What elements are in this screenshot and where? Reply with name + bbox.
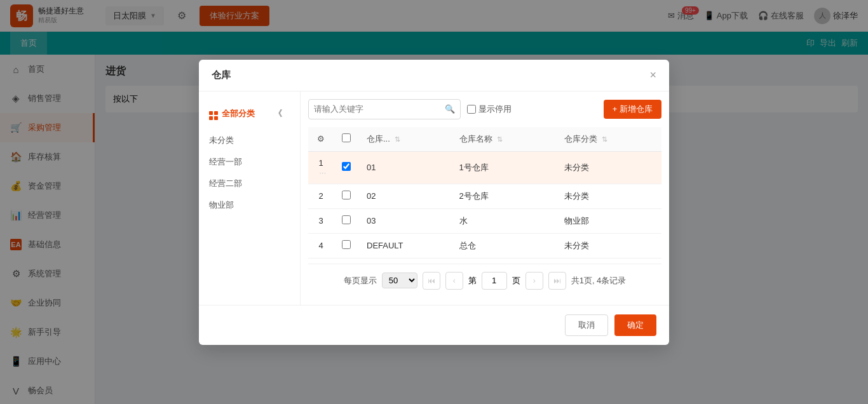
page-label: 第: [468, 275, 477, 286]
table-row[interactable]: 2 02 2号仓库 未分类: [308, 184, 661, 208]
row-checkbox[interactable]: [342, 215, 351, 224]
grid-icon: [209, 107, 218, 120]
dialog-footer: 取消 确定: [199, 305, 669, 345]
cancel-button[interactable]: 取消: [565, 314, 608, 336]
category-column-header[interactable]: 仓库分类 ⇅: [557, 127, 661, 152]
dialog-body: 全部分类 《 未分类 经营一部 经营二部 物业部 🔍: [199, 91, 669, 305]
row-actions-cell: 4: [308, 233, 334, 258]
gear-column-header[interactable]: ⚙: [308, 127, 334, 152]
dialog-title: 仓库: [212, 69, 231, 81]
row-more-dots[interactable]: ···: [319, 168, 326, 177]
row-checkbox-cell: [334, 208, 359, 233]
table-panel: 🔍 显示停用 + 新增仓库 ⚙: [301, 91, 669, 305]
row-name-cell: 2号仓库: [452, 184, 557, 208]
category-collapse-button[interactable]: 《: [266, 103, 290, 125]
row-checkbox-cell: [334, 233, 359, 258]
row-actions-cell: 3: [308, 208, 334, 233]
row-category-cell: 未分类: [557, 151, 661, 184]
name-column-header[interactable]: 仓库名称 ⇅: [452, 127, 557, 152]
row-category-cell: 未分类: [557, 233, 661, 258]
search-input[interactable]: [314, 104, 445, 114]
table-row[interactable]: 1 ··· 01 1号仓库 未分类: [308, 151, 661, 184]
row-checkbox-cell: [334, 184, 359, 208]
row-category-cell: 物业部: [557, 208, 661, 233]
category-item-unclassified[interactable]: 未分类: [199, 130, 300, 151]
pagination-bar: 每页显示 50 100 200 ⏮ ‹ 第 页 › ⏭ 共1页, 4条记录: [308, 264, 661, 297]
row-actions-cell: 2: [308, 184, 334, 208]
category-sort-icon: ⇅: [602, 135, 607, 143]
table-toolbar: 🔍 显示停用 + 新增仓库: [308, 99, 661, 119]
row-code-cell: 01: [359, 151, 452, 184]
category-item-property[interactable]: 物业部: [199, 194, 300, 216]
table-row[interactable]: 3 03 水 物业部: [308, 208, 661, 233]
row-name-cell: 1号仓库: [452, 151, 557, 184]
row-actions-cell: 1 ···: [308, 151, 334, 184]
add-warehouse-button[interactable]: + 新增仓库: [604, 100, 661, 119]
name-sort-icon: ⇅: [497, 135, 503, 143]
page-next-button[interactable]: ›: [526, 272, 543, 290]
row-checkbox[interactable]: [342, 191, 351, 199]
row-name-cell: 水: [452, 208, 557, 233]
warehouse-dialog: 仓库 × 全部分类 《 未分类 经营一部 经营二部 物业部: [199, 60, 669, 345]
category-item-ops2[interactable]: 经营二部: [199, 173, 300, 194]
category-panel: 全部分类 《 未分类 经营一部 经营二部 物业部: [199, 91, 301, 305]
row-name-cell: 总仓: [452, 233, 557, 258]
page-number-input[interactable]: [482, 272, 507, 290]
select-all-column-header: [334, 127, 359, 152]
page-total: 共1页, 4条记录: [571, 275, 627, 286]
category-item-ops1[interactable]: 经营一部: [199, 151, 300, 173]
select-all-checkbox[interactable]: [342, 133, 351, 142]
row-checkbox[interactable]: [342, 240, 351, 249]
row-checkbox[interactable]: [342, 162, 351, 171]
code-column-header[interactable]: 仓库... ⇅: [359, 127, 452, 152]
search-icon[interactable]: 🔍: [445, 104, 455, 114]
page-last-button[interactable]: ⏭: [548, 272, 566, 290]
per-page-label: 每页显示: [344, 275, 377, 286]
table-row[interactable]: 4 DEFAULT 总仓 未分类: [308, 233, 661, 258]
row-code-cell: 03: [359, 208, 452, 233]
modal-overlay: 仓库 × 全部分类 《 未分类 经营一部 经营二部 物业部: [0, 0, 868, 404]
row-checkbox-cell: [334, 151, 359, 184]
code-sort-icon: ⇅: [395, 135, 400, 143]
category-all[interactable]: 全部分类 《: [199, 98, 300, 130]
warehouse-table: ⚙ 仓库... ⇅ 仓库名称 ⇅: [308, 127, 661, 259]
show-disabled-checkbox-wrap[interactable]: 显示停用: [467, 104, 512, 115]
confirm-button[interactable]: 确定: [614, 314, 656, 336]
show-disabled-checkbox[interactable]: [467, 105, 476, 114]
page-first-button[interactable]: ⏮: [423, 272, 440, 290]
per-page-select[interactable]: 50 100 200: [382, 273, 417, 288]
page-prev-button[interactable]: ‹: [445, 272, 463, 290]
dialog-close-button[interactable]: ×: [649, 69, 656, 82]
row-category-cell: 未分类: [557, 184, 661, 208]
dialog-header: 仓库 ×: [199, 60, 669, 91]
page-suffix: 页: [512, 275, 520, 286]
table-body: 1 ··· 01 1号仓库 未分类 2 02 2号仓库 未分类 3 03 水 物…: [308, 151, 661, 258]
search-input-wrap: 🔍: [308, 99, 461, 119]
row-code-cell: 02: [359, 184, 452, 208]
table-header-row: ⚙ 仓库... ⇅ 仓库名称 ⇅: [308, 127, 661, 152]
row-code-cell: DEFAULT: [359, 233, 452, 258]
